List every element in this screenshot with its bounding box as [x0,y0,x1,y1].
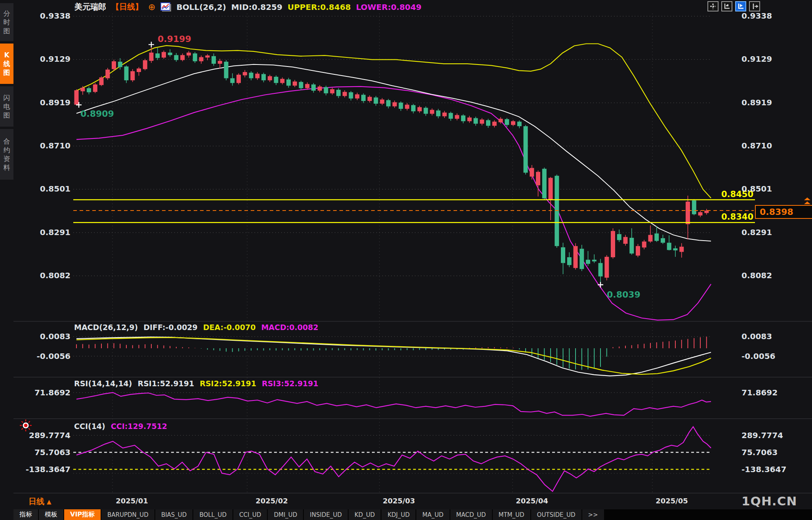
candle-body [112,61,116,69]
candle-body [343,92,347,96]
cci-axis-label-right: 75.7063 [741,448,778,457]
period-tag[interactable]: 【日线】 [111,2,143,12]
sidebar-item-2[interactable]: K线图 [0,44,13,84]
tab-kdj_ud[interactable]: KDJ_UD [381,509,416,520]
left-sidebar: 分时图K线图闪电图合约资料 [0,0,13,520]
candle-body [130,71,135,80]
tab-barupdn_ud[interactable]: BARUPDN_UD [101,509,154,520]
candle-body [530,168,534,176]
candle-body [174,55,179,60]
indicator-tab-bar: 指标模板VIP指标BARUPDN_UDBIAS_UDBOLL_UDCCI_UDD… [13,509,812,520]
tab-[interactable]: 模板 [39,509,63,520]
candle-body [143,60,147,69]
candle-body [561,247,565,263]
candle-body [673,249,678,251]
candle-body [105,70,110,78]
candle-body [80,88,85,91]
chart-canvas[interactable]: 0.84500.83400.91990.89090.8039 [0,0,812,520]
candle-body [99,78,104,85]
candle-body [424,108,428,114]
axis-play-icon[interactable] [735,1,746,11]
trough-marker-label: 0.8039 [607,290,640,300]
kline-chart-icon[interactable] [160,2,171,11]
tab-bias_ud[interactable]: BIAS_UD [155,509,193,520]
price-axis-label-right: 0.8291 [741,228,772,237]
tab-cci_ud[interactable]: CCI_UD [233,509,267,520]
candle-body [212,56,216,64]
sidebar-item-4[interactable]: 合约资料 [0,129,13,180]
candle-body [386,100,391,106]
cci-axis-label-left: -138.3647 [15,465,71,474]
candle-body [180,55,185,60]
tab-boll_ud[interactable]: BOLL_UD [193,509,233,520]
macd-value: MACD:0.0082 [261,323,318,332]
cci-axis-label-right: -138.3647 [741,465,786,474]
candle-body [686,202,690,224]
candle-body [268,76,272,80]
candle-body [349,92,353,99]
sidebar-item-3[interactable]: 闪电图 [0,86,13,127]
price-axis-label-left: 0.8501 [15,184,71,194]
candle-body [467,118,472,121]
candle-body [299,82,303,88]
axis-shift-icon[interactable] [749,1,760,11]
sidebar-item-1[interactable]: 分时图 [0,3,13,41]
macd-diff-value: DIFF:-0.0029 [143,323,198,332]
rsi-axis-label-right: 71.8692 [741,388,778,397]
cci-axis-label-left: 289.7774 [15,431,71,440]
tab-kd_ud[interactable]: KD_UD [349,509,381,520]
candle-body [499,119,503,122]
tab-[interactable]: 指标 [13,509,38,520]
candle-body [455,115,459,119]
candle-body [623,237,628,244]
x-axis-month-label: 2025/05 [644,497,700,505]
rsi2-value: RSI2:52.9191 [200,379,256,388]
tab-mtm_ud[interactable]: MTM_UD [493,509,530,520]
candle-body [218,61,222,64]
candle-body [449,113,453,119]
candle-body [511,121,515,125]
candle-body [193,53,197,61]
period-selector[interactable]: 日线 ▲ [29,496,51,507]
candle-body [617,234,621,240]
candle-body [574,246,578,268]
start-low-marker-label: 0.8909 [80,109,114,119]
tab-inside_ud[interactable]: INSIDE_UD [304,509,348,520]
axis-scale-icon[interactable] [721,1,732,11]
tab-ma_ud[interactable]: MA_UD [416,509,449,520]
price-axis-label-left: 0.9338 [15,11,71,21]
candle-body [442,112,447,116]
price-axis-label-left: 0.8919 [15,98,71,107]
extreme-marker-cross [598,282,603,287]
candle-body [480,120,484,123]
tab-dmi_ud[interactable]: DMI_UD [268,509,303,520]
candle-body [524,126,528,173]
macd-title[interactable]: MACD(26,12,9) [74,323,138,332]
tab-[interactable]: >> [582,509,604,520]
candle-body [93,84,97,92]
candle-body [336,90,341,96]
macd-axis-label-left: 0.0083 [15,332,71,341]
macd-dea-value: DEA:-0.0070 [203,323,256,332]
macd-axis-label-left: -0.0056 [15,351,71,361]
candle-body [567,257,572,265]
tab-outside_ud[interactable]: OUTSIDE_UD [531,509,581,520]
tab-vip[interactable]: VIP指标 [64,509,101,520]
macd-axis-label-right: -0.0056 [741,351,775,361]
x-axis-month-label: 2025/03 [371,497,427,505]
rsi-title[interactable]: RSI(14,14,14) [74,379,132,388]
candle-body [224,62,229,78]
crosshair-target-icon[interactable]: ⊕ [148,2,155,12]
symbol-name: 美元瑞郎 [74,2,106,12]
cci-title[interactable]: CCI(14) [74,422,105,431]
candle-body [542,169,547,199]
candle-body [199,57,204,61]
candle-body [124,66,129,80]
candle-body [374,97,378,104]
move-tool-icon[interactable] [707,1,719,11]
candle-body [492,121,497,125]
candle-body [355,94,359,98]
candle-body [430,110,434,114]
tab-macd_ud[interactable]: MACD_UD [450,509,492,520]
high-marker-label: 0.9199 [158,34,191,44]
